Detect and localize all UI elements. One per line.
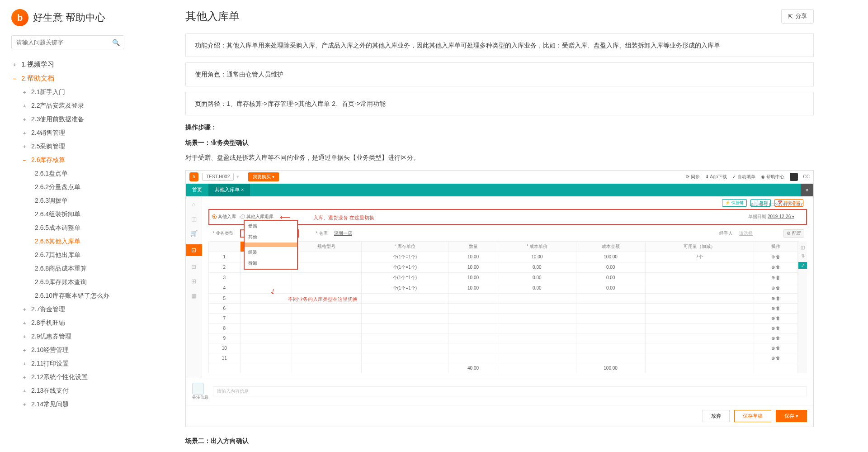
plus-icon (21, 306, 28, 313)
radio-return[interactable]: 其他入库退库 (241, 214, 274, 220)
header-row: 其他入库单 ⇱ 分享 (185, 9, 814, 24)
info-box-role: 使用角色：通常由仓管人员维护 (185, 62, 814, 86)
money-icon[interactable]: ⊟ (190, 263, 198, 271)
ss-right-icons: ◫ ⇅ ⤢ (798, 241, 807, 373)
memo-input[interactable]: 请输入内容信息 (213, 386, 807, 396)
ss-buy-button[interactable]: 我要购买 ▾ (248, 172, 279, 181)
radio-in[interactable]: 其他入库 (212, 214, 236, 220)
ss-account: TEST-H002 (202, 173, 234, 181)
nav-item[interactable]: 2.6.10库存账本错了怎么办 (11, 289, 124, 303)
plus-icon (21, 130, 28, 136)
nav-item[interactable]: 2.6.5成本调整单 (11, 221, 124, 235)
chart-icon[interactable]: ⊞ (190, 278, 198, 285)
ss-tab-doc[interactable]: 其他入库单 × (208, 184, 250, 196)
nav-item[interactable]: 2.6.2分量盘点单 (11, 181, 124, 194)
nav-item[interactable]: 2.6.8商品成本重算 (11, 262, 124, 276)
nav-item[interactable]: 2.14常见问题 (11, 398, 124, 411)
ss-topbar: b TEST-H002 ▾ 我要购买 ▾ ⟳ 同步 ⬇ App下载 ✓ 自动填单… (186, 171, 813, 184)
share-icon: ⇱ (788, 13, 793, 20)
scene1-title: 场景一：业务类型确认 (185, 139, 814, 147)
nav-item[interactable]: 2.6.3调拨单 (11, 194, 124, 208)
ss-filter-row: * 业务类型 * 仓库深圳一店 经手人请选择 ⚙ 配置 (208, 228, 807, 239)
ops-title: 操作步骤： (185, 124, 814, 132)
ss-cancel-button[interactable]: 放弃 (703, 410, 730, 422)
nav-item[interactable]: 2.7资金管理 (11, 303, 124, 316)
minus-icon (11, 76, 18, 82)
brand-title: 好生意 帮助中心 (33, 11, 105, 24)
plus-icon (21, 361, 28, 367)
plus-icon (21, 89, 28, 95)
nav-item[interactable]: 2.4销售管理 (11, 126, 124, 140)
cart-icon[interactable]: 🛒 (190, 230, 198, 237)
nav-item[interactable]: 2.帮助文档 (11, 71, 124, 86)
plus-icon (11, 62, 18, 68)
page-title: 其他入库单 (185, 9, 240, 24)
plus-icon (21, 347, 28, 353)
shield-icon[interactable]: ◫ (190, 215, 198, 223)
ss-tab-close-all[interactable]: × (801, 184, 813, 196)
nav-item[interactable]: 2.6.6其他入库单 (11, 235, 124, 248)
nav-item[interactable]: 2.6库存核算 (11, 153, 124, 167)
nav-item[interactable]: 2.9优惠券管理 (11, 330, 124, 343)
scene2-text1: 无论是受赠，还是其他类型的业务，由于入库商品质量等原因，需要退回，这时可通过单据… (185, 450, 814, 452)
info-box-function: 功能介绍：其他入库单用来处理除采购入库、产成品入库之外的其他入库业务，因此其他入… (185, 33, 814, 57)
nav-item[interactable]: 2.1新手入门 (11, 86, 124, 99)
nav-item[interactable]: 2.6.9库存账本查询 (11, 276, 124, 289)
nav-item[interactable]: 2.12系统个性化设置 (11, 371, 124, 384)
ss-save-button[interactable]: 保存 ▾ (776, 410, 807, 422)
main-content: 其他入库单 ⇱ 分享 功能介绍：其他入库单用来处理除采购入库、产成品入库之外的其… (136, 0, 841, 452)
scene2-title: 场景二：出入方向确认 (185, 437, 814, 445)
ss-memo-row: 备注信息 请输入内容信息 (186, 378, 813, 405)
ss-annot-1: 入库、退货业务 在这里切换 (313, 214, 374, 221)
ss-top-links: ⟳ 同步 ⬇ App下载 ✓ 自动填单 ◉ 帮助中心 CC (686, 173, 810, 181)
nav-item[interactable]: 2.8手机旺铺 (11, 316, 124, 330)
logo-icon: b (11, 9, 28, 26)
stock-icon[interactable]: ⊡ (186, 244, 202, 256)
search-icon[interactable]: 🔍 (112, 39, 120, 46)
nav-item[interactable]: 2.2产品安装及登录 (11, 99, 124, 113)
scene1-text: 对于受赠、盘盈或是拆装入库等不同的业务，是通过单据头【业务类型】进行区分。 (185, 152, 814, 164)
plus-icon (21, 401, 28, 408)
nav-item[interactable]: 2.6.7其他出库单 (11, 248, 124, 262)
nav-item[interactable]: 2.5采购管理 (11, 140, 124, 153)
nav-item[interactable]: 2.6.4组装拆卸单 (11, 208, 124, 221)
ss-logo-icon: b (189, 172, 198, 181)
ss-date[interactable]: 单据日期 2019-12-26 ▾ (748, 214, 794, 220)
ss-draft-button[interactable]: 保存草稿 (734, 410, 771, 422)
avatar-icon[interactable] (790, 173, 798, 181)
plus-icon (21, 116, 28, 123)
plus-icon (21, 388, 28, 394)
minus-icon (21, 157, 28, 163)
plus-icon (21, 374, 28, 381)
embedded-screenshot: b TEST-H002 ▾ 我要购买 ▾ ⟳ 同步 ⬇ App下载 ✓ 自动填单… (185, 170, 814, 427)
ss-footer: 放弃 保存草稿 保存 ▾ (186, 405, 813, 427)
ss-tab-home[interactable]: 首页 (186, 184, 208, 196)
search-input[interactable] (11, 35, 124, 49)
nav-item[interactable]: 2.3使用前数据准备 (11, 113, 124, 126)
biz-type-dropdown[interactable]: 受赠 其他 组装 拆卸 (244, 220, 298, 270)
info-box-path: 页面路径：1、库存核算->库存管理->其他入库单 2、首页->常用功能 (185, 92, 814, 115)
plus-icon (21, 143, 28, 150)
ss-form: 单据编号 IC-20191226-001 其他入库 其他入库退库 ⟵ 单据日期 … (202, 196, 813, 378)
ss-tabs: 首页 其他入库单 × × (186, 184, 813, 196)
ss-doc-type-row: 其他入库 其他入库退库 ⟵ 单据日期 2019-12-26 ▾ 入库、退货业务 … (208, 209, 807, 225)
plus-icon (21, 333, 28, 340)
nav-item[interactable]: 2.6.1盘点单 (11, 167, 124, 181)
home-icon[interactable]: ⌂ (190, 201, 198, 208)
plus-icon (21, 103, 28, 109)
nav-item[interactable]: 1.视频学习 (11, 57, 124, 71)
tool-icon[interactable]: ◫ (801, 245, 805, 250)
share-button[interactable]: ⇱ 分享 (781, 9, 814, 24)
memo-icon (192, 383, 204, 395)
brand-row: b 好生意 帮助中心 (11, 9, 124, 26)
nav-tree: 1.视频学习2.帮助文档2.1新手入门2.2产品安装及登录2.3使用前数据准备2… (11, 57, 124, 411)
tool-icon[interactable]: ⤢ (798, 262, 807, 269)
grid-icon[interactable]: ▦ (190, 292, 198, 300)
ss-left-rail: ⌂ ◫ 🛒 ⊡ ⊟ ⊞ ▦ (186, 196, 202, 378)
nav-item[interactable]: 2.11打印设置 (11, 357, 124, 371)
nav-item[interactable]: 2.10经营管理 (11, 343, 124, 357)
nav-item[interactable]: 2.13在线支付 (11, 384, 124, 398)
config-button[interactable]: ⚙ 配置 (783, 229, 804, 238)
tool-icon[interactable]: ⇅ (801, 253, 805, 258)
sidebar: b 好生意 帮助中心 🔍 1.视频学习2.帮助文档2.1新手入门2.2产品安装及… (0, 0, 136, 452)
